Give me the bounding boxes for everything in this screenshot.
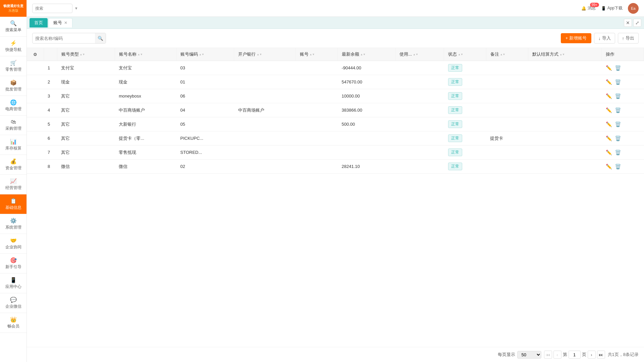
user-avatar[interactable]: Ea <box>628 3 639 14</box>
cell-name-5: 提货卡（零... <box>115 131 176 145</box>
sidebar-item-ecommerce[interactable]: 🌐电商管理 <box>0 96 26 116</box>
delete-icon-4[interactable]: 🗑️ <box>615 121 621 127</box>
tab-bar: 首页 账号 ✕ ✕ ⤢ <box>27 17 644 29</box>
tab-expand-button[interactable]: ⤢ <box>633 19 641 27</box>
th-status[interactable]: 状态▲▼ <box>444 48 486 61</box>
edit-icon-5[interactable]: ✏️ <box>606 135 612 141</box>
delete-icon-5[interactable]: 🗑️ <box>615 135 621 141</box>
notification-button[interactable]: 🔔 消息 99+ <box>581 5 596 11</box>
edit-icon-0[interactable]: ✏️ <box>606 65 612 71</box>
edit-icon-4[interactable]: ✏️ <box>606 121 612 127</box>
status-badge-2: 正常 <box>448 92 462 100</box>
tab-account-label: 账号 <box>53 20 62 26</box>
logo-bottom: 乐惠版 <box>8 8 18 13</box>
cell-settings-3 <box>27 103 44 117</box>
search-input[interactable] <box>33 36 95 41</box>
dropdown-arrow-icon[interactable]: ▾ <box>75 6 77 11</box>
cell-num-3: 4 <box>44 103 57 117</box>
sidebar-item-basic-info[interactable]: 📋基础信息 <box>0 194 26 214</box>
edit-icon-3[interactable]: ✏️ <box>606 107 612 113</box>
sidebar-item-search-menu[interactable]: 🔍搜索菜单 <box>0 17 26 37</box>
cell-remark-1 <box>486 75 528 89</box>
th-settings[interactable]: ⚙ <box>27 48 44 61</box>
sidebar-item-system-mgmt[interactable]: ⚙️系统管理 <box>0 214 26 234</box>
edit-icon-1[interactable]: ✏️ <box>606 79 612 85</box>
cell-usage-1 <box>395 75 444 89</box>
sidebar: 畅捷通好生意 乐惠版 🔍搜索菜单⚡快捷导航🛒零售管理📦批发管理🌐电商管理🛍采购管… <box>0 0 27 362</box>
sidebar-item-app-center[interactable]: 📱应用中心 <box>0 274 26 293</box>
per-page-select[interactable]: 50 100 <box>517 351 541 359</box>
cell-code-1: 01 <box>176 75 234 89</box>
th-account-no[interactable]: 账号▲▼ <box>296 48 338 61</box>
import-icon: ↓ <box>598 36 601 41</box>
tab-home[interactable]: 首页 <box>30 18 48 27</box>
delete-icon-1[interactable]: 🗑️ <box>615 79 621 85</box>
sidebar-item-operations[interactable]: 📈经营管理 <box>0 175 26 194</box>
search-button[interactable]: 🔍 <box>95 33 106 44</box>
sidebar-item-enterprise-wx[interactable]: 💬企业微信 <box>0 293 26 313</box>
delete-icon-0[interactable]: 🗑️ <box>615 65 621 71</box>
cell-bank-3: 中百商场账户 <box>234 103 296 117</box>
close-tab-icon[interactable]: ✕ <box>64 21 67 25</box>
sidebar-item-retail-mgmt[interactable]: 🛒零售管理 <box>0 56 26 76</box>
cell-settle-3 <box>528 103 602 117</box>
th-account-name[interactable]: 账号名称▲▼ <box>115 48 176 61</box>
sidebar-item-finance[interactable]: 💰资金管理 <box>0 155 26 175</box>
cell-bank-6 <box>234 145 296 160</box>
sidebar-label-ecommerce: 电商管理 <box>5 106 21 112</box>
sidebar-item-wholesale-mgmt[interactable]: 📦批发管理 <box>0 76 26 96</box>
th-account-type[interactable]: 账号类型▲▼ <box>57 48 115 61</box>
cell-remark-5: 提货卡 <box>486 131 528 145</box>
cell-type-6: 其它 <box>57 145 115 160</box>
first-page-button[interactable]: ⏮ <box>544 351 552 359</box>
edit-icon-6[interactable]: ✏️ <box>606 149 612 156</box>
cell-balance-2: 10000.00 <box>338 89 395 103</box>
status-badge-7: 正常 <box>448 163 462 170</box>
th-usage[interactable]: 使用...▲▼ <box>395 48 444 61</box>
edit-icon-7[interactable]: ✏️ <box>606 164 612 170</box>
table-row: 6 其它 提货卡（零... PICKUPC... 正常 提货卡 ✏️ 🗑️ <box>27 131 644 145</box>
sidebar-label-enterprise-wx: 企业微信 <box>5 304 21 309</box>
import-button[interactable]: ↓ 导入 <box>594 33 615 44</box>
sidebar-icon-finance: 💰 <box>10 158 17 165</box>
cell-remark-3 <box>486 103 528 117</box>
status-badge-4: 正常 <box>448 120 462 128</box>
th-bank[interactable]: 开户银行▲▼ <box>234 48 296 61</box>
sidebar-item-purchase-mgmt[interactable]: 🛍采购管理 <box>0 116 26 135</box>
page-input[interactable] <box>569 351 581 359</box>
top-search-input[interactable] <box>32 4 72 13</box>
cell-status-5: 正常 <box>444 131 486 145</box>
delete-icon-7[interactable]: 🗑️ <box>615 164 621 170</box>
cell-code-3: 04 <box>176 103 234 117</box>
sidebar-item-inventory[interactable]: 📊库存核算 <box>0 135 26 155</box>
sidebar-item-member[interactable]: 👑畅会员 <box>0 313 26 333</box>
toolbar-right: + 新增账号 ↓ 导入 ↑ 导出 <box>561 33 639 44</box>
th-balance[interactable]: 最新余额▲▼ <box>338 48 395 61</box>
export-button[interactable]: ↑ 导出 <box>618 33 639 44</box>
tab-close-button[interactable]: ✕ <box>624 19 632 27</box>
add-account-button[interactable]: + 新增账号 <box>561 33 591 43</box>
sidebar-label-enterprise: 企业协同 <box>5 244 21 250</box>
delete-icon-3[interactable]: 🗑️ <box>615 107 621 113</box>
page-label: 第 <box>563 352 567 358</box>
tab-account[interactable]: 账号 ✕ <box>48 18 72 27</box>
cell-action-1: ✏️ 🗑️ <box>602 75 644 89</box>
sidebar-item-quick-nav[interactable]: ⚡快捷导航 <box>0 37 26 56</box>
app-download-button[interactable]: 📱 App下载 <box>601 5 623 11</box>
sidebar-item-enterprise[interactable]: 🤝企业协同 <box>0 234 26 254</box>
delete-icon-6[interactable]: 🗑️ <box>615 149 621 156</box>
total-info: 共1页，8条记录 <box>608 352 639 358</box>
prev-page-button[interactable]: ‹ <box>553 351 561 359</box>
th-remark[interactable]: 备注▲▼ <box>486 48 528 61</box>
sidebar-icon-system-mgmt: ⚙️ <box>10 218 17 224</box>
sidebar-label-operations: 经营管理 <box>5 185 21 191</box>
th-account-code[interactable]: 账号编码▲▼ <box>176 48 234 61</box>
table-row: 8 微信 微信 02 28241.10 正常 ✏️ 🗑️ <box>27 160 644 174</box>
next-page-button[interactable]: › <box>588 351 596 359</box>
last-page-button[interactable]: ⏭ <box>597 351 605 359</box>
cell-no-1 <box>296 75 338 89</box>
edit-icon-2[interactable]: ✏️ <box>606 93 612 99</box>
sidebar-item-new-guide[interactable]: 🎯新手引导 <box>0 254 26 274</box>
delete-icon-2[interactable]: 🗑️ <box>615 93 621 99</box>
th-default-settle[interactable]: 默认结算方式▲▼ <box>528 48 602 61</box>
